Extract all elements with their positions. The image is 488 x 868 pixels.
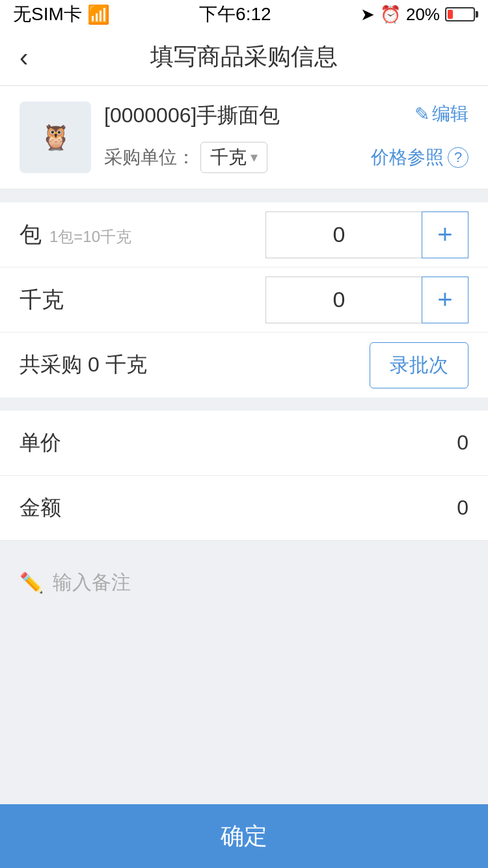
amount-value: 0	[457, 496, 468, 520]
bao-input[interactable]	[265, 211, 422, 258]
kg-input-group: +	[265, 277, 468, 323]
kg-label-group: 千克	[20, 285, 64, 315]
bao-label-group: 包 1包=10千克	[20, 220, 131, 250]
product-card: 🦉 [0000006]手撕面包 ✎ 编辑 采购单位： 千克 ▾ 价格参照 ?	[0, 86, 488, 189]
carrier-text: 无SIM卡	[13, 2, 82, 27]
amount-label: 金额	[20, 494, 61, 522]
edit-button[interactable]: ✎ 编辑	[414, 102, 468, 126]
remark-placeholder: 输入备注	[53, 569, 131, 596]
unit-price-row: 单价 0	[0, 411, 488, 476]
kg-plus-button[interactable]: +	[422, 277, 468, 323]
product-info: [0000006]手撕面包 ✎ 编辑 采购单位： 千克 ▾ 价格参照 ?	[104, 102, 468, 173]
amount-row: 金额 0	[0, 476, 488, 541]
edit-icon: ✎	[414, 103, 429, 125]
quantity-section: 包 1包=10千克 + 千克 +	[0, 202, 488, 332]
price-section: 单价 0 金额 0	[0, 411, 488, 541]
help-icon: ?	[448, 147, 468, 168]
unit-value: 千克	[210, 145, 247, 170]
page-title: 填写商品采购信息	[150, 41, 338, 73]
status-right: ➤ ⏰ 20%	[360, 5, 475, 25]
product-unit-row: 采购单位： 千克 ▾ 价格参照 ?	[104, 142, 468, 173]
product-image: 🦉	[20, 102, 91, 173]
status-left: 无SIM卡 📶	[13, 2, 110, 27]
bao-input-group: +	[265, 211, 468, 258]
wifi-icon: 📶	[87, 4, 110, 25]
status-bar: 无SIM卡 📶 下午6:12 ➤ ⏰ 20%	[0, 0, 488, 29]
location-icon: ➤	[360, 5, 375, 25]
kg-label: 千克	[20, 285, 64, 315]
pencil-icon: ✏️	[20, 571, 44, 594]
unit-select[interactable]: 千克 ▾	[200, 142, 267, 173]
unit-label: 采购单位：	[104, 145, 195, 170]
unit-price-value: 0	[457, 431, 468, 455]
kg-row: 千克 +	[0, 267, 488, 332]
chevron-down-icon: ▾	[251, 149, 258, 166]
confirm-button[interactable]: 确定	[0, 804, 488, 868]
nav-bar: ‹ 填写商品采购信息	[0, 29, 488, 86]
price-ref-label: 价格参照	[371, 145, 444, 170]
remark-section[interactable]: ✏️ 输入备注	[0, 554, 488, 612]
bao-sub-label: 1包=10千克	[49, 226, 131, 247]
product-logo: 🦉	[40, 123, 71, 152]
bao-row: 包 1包=10千克 +	[0, 202, 488, 267]
price-ref-button[interactable]: 价格参照 ?	[371, 145, 468, 170]
section-divider-2	[0, 398, 488, 411]
empty-area	[0, 612, 488, 807]
section-divider-1	[0, 189, 488, 202]
battery-icon	[445, 7, 475, 21]
summary-row: 共采购 0 千克 录批次	[0, 332, 488, 398]
unit-price-label: 单价	[20, 429, 61, 457]
kg-input[interactable]	[265, 277, 422, 323]
product-header: [0000006]手撕面包 ✎ 编辑	[104, 102, 468, 130]
section-divider-3	[0, 541, 488, 554]
bao-plus-button[interactable]: +	[422, 211, 468, 258]
battery-percent: 20%	[406, 5, 440, 25]
summary-text: 共采购 0 千克	[20, 351, 147, 379]
alarm-icon: ⏰	[380, 5, 401, 25]
status-time: 下午6:12	[199, 2, 271, 27]
edit-label: 编辑	[432, 102, 468, 126]
record-batch-button[interactable]: 录批次	[370, 342, 468, 388]
back-button[interactable]: ‹	[20, 44, 28, 70]
bao-label: 包	[20, 220, 42, 250]
product-name: [0000006]手撕面包	[104, 102, 280, 130]
